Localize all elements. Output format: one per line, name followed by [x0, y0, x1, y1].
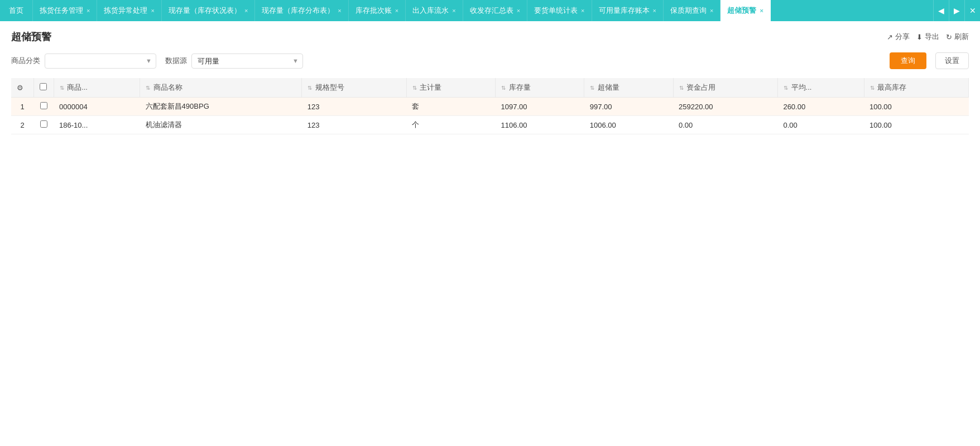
col-label: 商品名称: [153, 83, 182, 91]
datasource-label: 数据源: [165, 56, 187, 66]
col-header-checkbox: [33, 78, 54, 98]
tab-close-icon[interactable]: ×: [87, 7, 90, 14]
query-button[interactable]: 查询: [890, 52, 926, 69]
col-header-unit[interactable]: ⇅ 主计量: [406, 78, 495, 98]
col-header-capital[interactable]: ⇅ 资金占用: [673, 78, 777, 98]
cell-unit: 套: [406, 98, 495, 116]
sort-icon: ⇅: [501, 85, 506, 91]
page-actions: ↗ 分享 ⬇ 导出 ↻ 刷新: [887, 32, 969, 42]
cell-unit: 个: [406, 116, 495, 134]
col-header-product-code[interactable]: ⇅ 商品...: [54, 78, 140, 98]
nav-next-button[interactable]: ▶: [949, 0, 964, 21]
tab-stock-status[interactable]: 现存量（库存状况表） ×: [162, 0, 255, 21]
cell-capital: 259220.00: [673, 98, 777, 116]
cell-spec: 123: [302, 98, 406, 116]
tab-demand-stats[interactable]: 要货单统计表 ×: [527, 0, 592, 21]
tab-inout-flow[interactable]: 出入库流水 ×: [406, 0, 463, 21]
tab-close-icon[interactable]: ×: [653, 7, 656, 14]
tab-close-icon[interactable]: ×: [760, 7, 763, 14]
row-checkbox[interactable]: [40, 120, 47, 128]
filter-row: 商品分类 ▼ 数据源 可用量 库存量 ▼ 查询 设置: [11, 52, 969, 69]
category-select-wrapper: ▼: [45, 54, 156, 69]
cell-avg: 0.00: [777, 116, 864, 134]
cell-max-stock: 100.00: [864, 98, 968, 116]
nav-home[interactable]: 首页: [0, 0, 33, 21]
export-icon: ⬇: [916, 33, 923, 41]
col-label: 最高库存: [877, 83, 906, 91]
export-button[interactable]: ⬇ 导出: [916, 32, 939, 42]
cell-spec: 123: [302, 116, 406, 134]
tab-close-icon[interactable]: ×: [517, 7, 520, 14]
refresh-label: 刷新: [954, 32, 969, 42]
col-label: 资金占用: [686, 83, 715, 91]
tab-exception[interactable]: 拣货异常处理 ×: [97, 0, 161, 21]
tab-task-mgmt[interactable]: 拣货任务管理 ×: [33, 0, 97, 21]
share-icon: ↗: [887, 33, 893, 41]
share-button[interactable]: ↗ 分享: [887, 32, 910, 42]
tab-label: 现存量（库存状况表）: [169, 6, 241, 16]
tab-batch-ledger[interactable]: 库存批次账 ×: [349, 0, 406, 21]
col-header-gear: ⚙: [11, 78, 33, 98]
row-checkbox-cell: [33, 98, 54, 116]
tab-close-icon[interactable]: ×: [710, 7, 713, 14]
tab-available-ledger[interactable]: 可用量库存账本 ×: [592, 0, 664, 21]
tab-stock-dist[interactable]: 现存量（库存分布表） ×: [255, 0, 348, 21]
tab-label: 现存量（库存分布表）: [262, 6, 334, 16]
tab-expiry[interactable]: 保质期查询 ×: [664, 0, 720, 21]
col-header-avg[interactable]: ⇅ 平均...: [777, 78, 864, 98]
sort-icon: ⇅: [784, 85, 788, 91]
page-title-row: 超储预警 ↗ 分享 ⬇ 导出 ↻ 刷新: [11, 30, 969, 43]
tab-close-icon[interactable]: ×: [244, 7, 248, 14]
sort-icon: ⇅: [308, 85, 312, 91]
nav-close-all-button[interactable]: ✕: [964, 0, 980, 21]
select-all-checkbox[interactable]: [40, 83, 47, 90]
cell-product-name: 机油滤清器: [140, 116, 302, 134]
col-label: 商品...: [67, 83, 88, 91]
refresh-button[interactable]: ↻ 刷新: [946, 32, 969, 42]
col-label: 平均...: [791, 83, 812, 91]
col-header-overstock[interactable]: ⇅ 超储量: [584, 78, 673, 98]
sort-icon: ⇅: [412, 85, 417, 91]
tab-close-icon[interactable]: ×: [338, 7, 341, 14]
category-select[interactable]: [45, 54, 156, 69]
refresh-icon: ↻: [946, 33, 952, 41]
page-content: 超储预警 ↗ 分享 ⬇ 导出 ↻ 刷新 商品分类 ▼: [0, 21, 980, 446]
tab-label: 保质期查询: [670, 6, 707, 16]
cell-overstock: 1006.00: [584, 116, 673, 134]
sort-icon: ⇅: [146, 85, 150, 91]
row-index: 1: [11, 98, 33, 116]
col-header-stock[interactable]: ⇅ 库存量: [495, 78, 584, 98]
col-label: 主计量: [420, 83, 441, 91]
datasource-filter-group: 数据源 可用量 库存量 ▼: [165, 54, 303, 69]
top-nav: 首页 拣货任务管理 × 拣货异常处理 × 现存量（库存状况表） × 现存量（库存…: [0, 0, 980, 21]
cell-stock: 1106.00: [495, 116, 584, 134]
tab-overstock[interactable]: 超储预警 ×: [720, 0, 770, 21]
data-table: ⚙ ⇅ 商品... ⇅ 商品名称 ⇅ 规格型号 ⇅: [11, 78, 969, 134]
row-checkbox[interactable]: [40, 102, 47, 109]
tab-label: 可用量库存账本: [599, 6, 650, 16]
tab-summary[interactable]: 收发存汇总表 ×: [463, 0, 527, 21]
sort-icon: ⇅: [590, 85, 594, 91]
settings-button[interactable]: 设置: [935, 52, 969, 69]
tab-close-icon[interactable]: ×: [581, 7, 584, 14]
col-header-max-stock[interactable]: ⇅ 最高库存: [864, 78, 968, 98]
gear-icon[interactable]: ⚙: [17, 84, 23, 92]
tab-close-icon[interactable]: ×: [395, 7, 398, 14]
tab-close-icon[interactable]: ×: [452, 7, 455, 14]
cell-overstock: 997.00: [584, 98, 673, 116]
cell-stock: 1097.00: [495, 98, 584, 116]
table-row: 1 0000004 六配套新昌490BPG 123 套 1097.00 997.…: [11, 98, 969, 116]
col-label: 规格型号: [315, 83, 344, 91]
datasource-select[interactable]: 可用量 库存量: [191, 54, 303, 69]
col-header-product-name[interactable]: ⇅ 商品名称: [140, 78, 302, 98]
tab-label: 超储预警: [727, 6, 756, 16]
cell-capital: 0.00: [673, 116, 777, 134]
tab-label: 出入库流水: [412, 6, 449, 16]
table-row: 2 186-10... 机油滤清器 123 个 1106.00 1006.00 …: [11, 116, 969, 134]
tab-label: 要货单统计表: [534, 6, 578, 16]
sort-icon: ⇅: [60, 85, 64, 91]
col-header-spec[interactable]: ⇅ 规格型号: [302, 78, 406, 98]
cell-product-code: 0000004: [54, 98, 140, 116]
tab-close-icon[interactable]: ×: [151, 7, 154, 14]
nav-prev-button[interactable]: ◀: [933, 0, 949, 21]
